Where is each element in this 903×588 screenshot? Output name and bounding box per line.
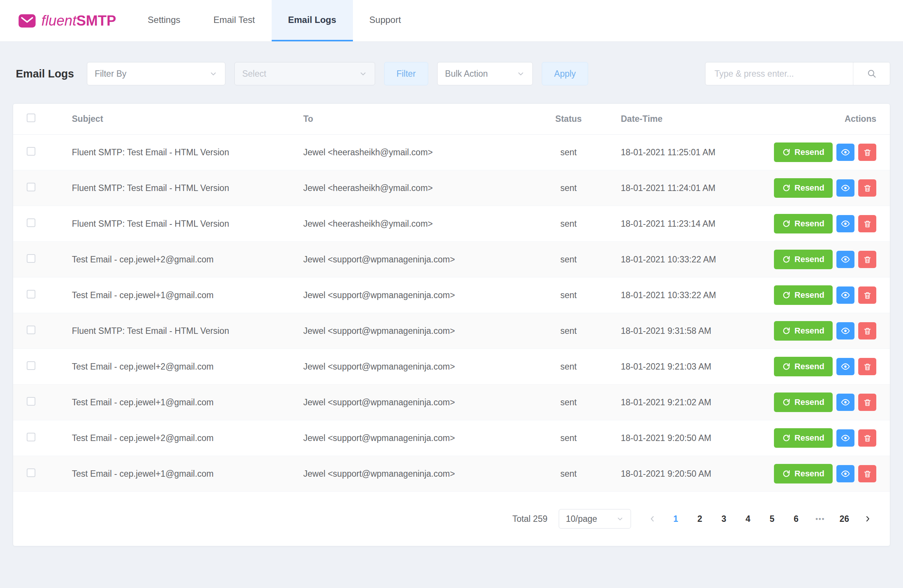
chevron-down-icon bbox=[359, 69, 367, 78]
main-content: Email Logs Filter By Select Filter Bulk … bbox=[0, 42, 903, 546]
search-button[interactable] bbox=[853, 63, 890, 85]
page-size-select[interactable]: 10/page bbox=[559, 509, 631, 528]
resend-button[interactable]: Resend bbox=[774, 178, 833, 198]
row-actions: Resend bbox=[766, 178, 876, 198]
delete-button[interactable] bbox=[858, 215, 876, 232]
trash-icon bbox=[863, 220, 872, 228]
delete-button[interactable] bbox=[858, 465, 876, 482]
table-row: Test Email - cep.jewel+1@gmail.com Jewel… bbox=[13, 384, 890, 420]
resend-button[interactable]: Resend bbox=[774, 143, 833, 162]
email-recipient: Jewel <support@wpmanageninja.com> bbox=[303, 326, 536, 336]
delete-button[interactable] bbox=[858, 430, 876, 447]
row-checkbox-cell bbox=[27, 326, 72, 337]
email-status: sent bbox=[536, 183, 601, 193]
eye-icon bbox=[840, 147, 850, 157]
row-checkbox-cell bbox=[27, 290, 72, 301]
page-button[interactable]: 2 bbox=[691, 510, 709, 528]
delete-button[interactable] bbox=[858, 179, 876, 197]
resend-button[interactable]: Resend bbox=[774, 321, 833, 340]
view-button[interactable] bbox=[836, 144, 854, 161]
select-all-cell bbox=[27, 113, 72, 124]
delete-button[interactable] bbox=[858, 287, 876, 304]
row-checkbox[interactable] bbox=[27, 147, 35, 156]
view-button[interactable] bbox=[836, 465, 854, 482]
row-checkbox-cell bbox=[27, 254, 72, 265]
column-header-subject: Subject bbox=[72, 114, 303, 124]
apply-button[interactable]: Apply bbox=[542, 62, 588, 85]
delete-button[interactable] bbox=[858, 322, 876, 339]
search-icon bbox=[867, 68, 877, 79]
more-pages-button[interactable]: ••• bbox=[811, 510, 830, 528]
row-checkbox[interactable] bbox=[27, 290, 35, 298]
chevron-left-icon bbox=[648, 515, 656, 523]
row-checkbox[interactable] bbox=[27, 254, 35, 263]
view-button[interactable] bbox=[836, 394, 854, 411]
resend-button[interactable]: Resend bbox=[774, 464, 833, 483]
page-button[interactable]: 5 bbox=[763, 510, 782, 528]
delete-button[interactable] bbox=[858, 394, 876, 411]
delete-button[interactable] bbox=[858, 144, 876, 161]
email-recipient: Jewel <support@wpmanageninja.com> bbox=[303, 433, 536, 443]
resend-button[interactable]: Resend bbox=[774, 392, 833, 412]
tab-settings[interactable]: Settings bbox=[131, 0, 197, 41]
row-checkbox-cell bbox=[27, 218, 72, 229]
row-checkbox[interactable] bbox=[27, 433, 35, 441]
row-actions: Resend bbox=[766, 428, 876, 448]
email-datetime: 18-01-2021 9:21:02 AM bbox=[601, 397, 766, 408]
delete-button[interactable] bbox=[858, 358, 876, 375]
row-checkbox[interactable] bbox=[27, 397, 35, 406]
page-button[interactable]: 6 bbox=[787, 510, 805, 528]
next-page-button[interactable] bbox=[859, 510, 876, 527]
view-button[interactable] bbox=[836, 430, 854, 447]
search-input[interactable] bbox=[705, 63, 853, 85]
table-row: Test Email - cep.jewel+1@gmail.com Jewel… bbox=[13, 456, 890, 492]
refresh-icon bbox=[782, 184, 790, 192]
filter-by-select[interactable]: Filter By bbox=[87, 62, 225, 85]
tab-support[interactable]: Support bbox=[353, 0, 418, 41]
refresh-icon bbox=[782, 434, 790, 442]
view-button[interactable] bbox=[836, 358, 854, 375]
row-checkbox[interactable] bbox=[27, 326, 35, 334]
row-checkbox[interactable] bbox=[27, 218, 35, 227]
eye-icon bbox=[840, 469, 850, 478]
email-subject: Test Email - cep.jewel+2@gmail.com bbox=[72, 254, 303, 265]
resend-label: Resend bbox=[794, 469, 824, 478]
view-button[interactable] bbox=[836, 322, 854, 339]
email-status: sent bbox=[536, 362, 601, 372]
select-all-checkbox[interactable] bbox=[27, 113, 35, 122]
resend-button[interactable]: Resend bbox=[774, 249, 833, 269]
view-button[interactable] bbox=[836, 179, 854, 197]
row-checkbox[interactable] bbox=[27, 361, 35, 370]
column-header-to: To bbox=[303, 114, 536, 124]
table-body: Fluent SMTP: Test Email - HTML Version J… bbox=[13, 135, 890, 492]
row-actions: Resend bbox=[766, 357, 876, 376]
bulk-action-select[interactable]: Bulk Action bbox=[437, 62, 533, 85]
tab-email-test[interactable]: Email Test bbox=[197, 0, 271, 41]
row-checkbox-cell bbox=[27, 469, 72, 479]
page-button[interactable]: 3 bbox=[714, 510, 733, 528]
page-button-active[interactable]: 1 bbox=[666, 510, 685, 528]
view-button[interactable] bbox=[836, 251, 854, 268]
view-button[interactable] bbox=[836, 215, 854, 232]
trash-icon bbox=[863, 291, 872, 299]
row-checkbox[interactable] bbox=[27, 469, 35, 477]
view-button[interactable] bbox=[836, 287, 854, 304]
table-row: Fluent SMTP: Test Email - HTML Version J… bbox=[13, 206, 890, 242]
brand-logo: fluentSMTP bbox=[18, 0, 116, 41]
resend-button[interactable]: Resend bbox=[774, 357, 833, 376]
resend-button[interactable]: Resend bbox=[774, 285, 833, 305]
refresh-icon bbox=[782, 362, 790, 371]
page-button[interactable]: 26 bbox=[835, 510, 854, 528]
brand-name-light: fluent bbox=[41, 13, 76, 28]
tab-email-logs[interactable]: Email Logs bbox=[272, 0, 353, 41]
delete-button[interactable] bbox=[858, 251, 876, 268]
page-button[interactable]: 4 bbox=[739, 510, 757, 528]
row-checkbox[interactable] bbox=[27, 183, 35, 191]
email-status: sent bbox=[536, 254, 601, 265]
resend-button[interactable]: Resend bbox=[774, 428, 833, 448]
filter-button[interactable]: Filter bbox=[384, 62, 428, 85]
resend-button[interactable]: Resend bbox=[774, 214, 833, 234]
eye-icon bbox=[840, 290, 850, 300]
filter-value-select[interactable]: Select bbox=[234, 62, 375, 85]
prev-page-button[interactable] bbox=[644, 510, 661, 527]
